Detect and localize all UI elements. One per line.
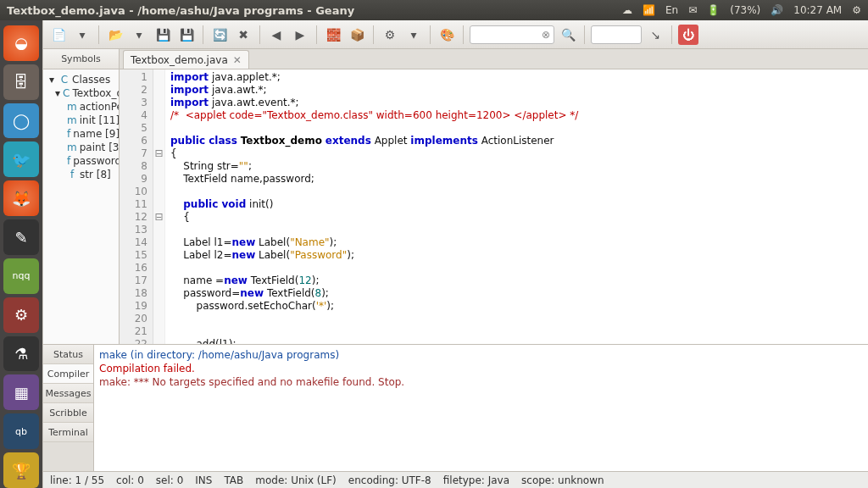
- tree-row[interactable]: fstr [8]: [45, 168, 117, 181]
- code-editor[interactable]: 1234567891011121314151617181920212223242…: [120, 69, 868, 344]
- status-mode: mode: Unix (LF): [255, 474, 336, 486]
- launcher-qbit[interactable]: qb: [3, 413, 39, 449]
- cloud-icon[interactable]: ☁: [622, 4, 632, 16]
- dropdown-icon[interactable]: ▾: [72, 25, 92, 45]
- mail-icon[interactable]: ✉: [688, 4, 697, 16]
- bottom-tab-status[interactable]: Status: [43, 345, 93, 364]
- new-file-button[interactable]: 📄: [48, 25, 69, 45]
- launcher-nqq[interactable]: nqq: [3, 258, 39, 294]
- bottom-tab-messages[interactable]: Messages: [43, 384, 93, 403]
- bottom-tab-terminal[interactable]: Terminal: [43, 423, 93, 442]
- launcher-firefox[interactable]: 🦊: [3, 180, 39, 216]
- reload-button[interactable]: 🔄: [209, 25, 230, 45]
- gear-icon[interactable]: ⚙: [852, 4, 861, 16]
- keyboard-lang[interactable]: En: [665, 4, 678, 16]
- build-button[interactable]: 📦: [347, 25, 367, 45]
- status-sel: sel: 0: [156, 474, 183, 486]
- tree-row[interactable]: mpaint [38: [45, 141, 117, 154]
- geany-window: 📄 ▾ 📂 ▾ 💾 💾 🔄 ✖ ◀ ▶ 🧱 📦 ⚙ ▾ 🎨 ⊗ 🔍 ↘ ⏻ Sy…: [42, 20, 868, 488]
- save-all-button[interactable]: 💾: [176, 25, 197, 45]
- window-title: Textbox_demo.java - /home/ashu/Java prog…: [7, 4, 622, 17]
- tree-row[interactable]: mactionPer: [45, 100, 117, 114]
- dropdown-icon[interactable]: ▾: [129, 25, 149, 45]
- dropdown-icon[interactable]: ▾: [403, 25, 424, 45]
- line-gutter: 1234567891011121314151617181920212223242…: [120, 69, 153, 344]
- volume-icon[interactable]: 🔊: [771, 4, 783, 16]
- wifi-icon[interactable]: 📶: [643, 4, 655, 16]
- tree-row[interactable]: fname [9]: [45, 127, 117, 141]
- close-button[interactable]: ✖: [233, 25, 253, 45]
- file-tab-label: Textbox_demo.java: [131, 54, 228, 66]
- status-scope: scope: unknown: [521, 474, 604, 486]
- file-tabs: Textbox_demo.java ✕: [120, 49, 868, 69]
- search-box[interactable]: ⊗: [470, 25, 554, 44]
- status-ft: filetype: Java: [443, 474, 509, 486]
- launcher-chromium[interactable]: ◯: [3, 103, 39, 139]
- toolbar: 📄 ▾ 📂 ▾ 💾 💾 🔄 ✖ ◀ ▶ 🧱 📦 ⚙ ▾ 🎨 ⊗ 🔍 ↘ ⏻: [43, 20, 868, 49]
- launcher-gimp[interactable]: ✎: [3, 219, 39, 255]
- status-line: line: 1 / 55: [50, 474, 104, 486]
- battery-icon[interactable]: 🔋: [707, 4, 720, 16]
- fold-gutter[interactable]: ⊟ ⊟: [153, 69, 165, 344]
- bottom-tab-compiler[interactable]: Compiler: [43, 364, 93, 384]
- editor-area: Textbox_demo.java ✕ 12345678910111213141…: [120, 49, 868, 344]
- forward-button[interactable]: ▶: [290, 25, 310, 45]
- launcher-settings[interactable]: ⚙: [3, 297, 39, 333]
- code-content[interactable]: import java.applet.*; import java.awt.*;…: [165, 69, 868, 344]
- goto-input[interactable]: [595, 29, 637, 40]
- close-icon[interactable]: ✕: [233, 54, 242, 66]
- clear-icon[interactable]: ⊗: [542, 29, 550, 41]
- launcher-ubuntu[interactable]: ◒: [3, 25, 39, 61]
- sidebar: Symbols ▾CClasses▾CTextbox_demactionPerm…: [43, 49, 120, 344]
- goto-button[interactable]: ↘: [645, 25, 665, 45]
- color-button[interactable]: 🎨: [437, 25, 457, 45]
- battery-text: (73%): [730, 4, 760, 16]
- run-button[interactable]: ⚙: [380, 25, 400, 45]
- system-menubar: Textbox_demo.java - /home/ashu/Java prog…: [0, 0, 868, 20]
- status-col: col: 0: [116, 474, 144, 486]
- status-tab: TAB: [224, 474, 243, 486]
- tree-row[interactable]: ▾CTextbox_de: [45, 86, 117, 100]
- main-area: Symbols ▾CClasses▾CTextbox_demactionPerm…: [43, 49, 868, 344]
- launcher-trophy[interactable]: 🏆: [3, 452, 39, 488]
- tree-row[interactable]: ▾CClasses: [45, 73, 117, 86]
- launcher-twitter[interactable]: 🐦: [3, 141, 39, 177]
- launcher-files[interactable]: 🗄: [3, 64, 39, 100]
- save-button[interactable]: 💾: [153, 25, 173, 45]
- back-button[interactable]: ◀: [266, 25, 287, 45]
- quit-button[interactable]: ⏻: [678, 25, 698, 45]
- goto-box[interactable]: [591, 25, 642, 44]
- launcher-geany[interactable]: ⚗: [3, 336, 39, 372]
- bottom-panel: StatusCompilerMessagesScribbleTerminal m…: [43, 344, 868, 471]
- bottom-tabs: StatusCompilerMessagesScribbleTerminal: [43, 345, 94, 471]
- status-enc: encoding: UTF-8: [348, 474, 431, 486]
- unity-launcher: ◒🗄◯🐦🦊✎nqq⚙⚗▦qb🏆: [0, 20, 42, 488]
- indicator-area: ☁ 📶 En ✉ 🔋 (73%) 🔊 10:27 AM ⚙: [622, 4, 861, 16]
- launcher-apps[interactable]: ▦: [3, 374, 39, 410]
- tree-row[interactable]: fpassword: [45, 154, 117, 168]
- symbols-tree[interactable]: ▾CClasses▾CTextbox_demactionPerminit [11…: [43, 69, 119, 344]
- open-button[interactable]: 📂: [105, 25, 125, 45]
- sidebar-tab-symbols[interactable]: Symbols: [43, 49, 119, 69]
- file-tab[interactable]: Textbox_demo.java ✕: [123, 50, 249, 69]
- clock[interactable]: 10:27 AM: [793, 4, 842, 16]
- tree-row[interactable]: minit [11]: [45, 114, 117, 127]
- compile-button[interactable]: 🧱: [323, 25, 343, 45]
- search-button[interactable]: 🔍: [558, 25, 578, 45]
- bottom-tab-scribble[interactable]: Scribble: [43, 403, 93, 423]
- status-bar: line: 1 / 55 col: 0 sel: 0 INS TAB mode:…: [43, 471, 868, 488]
- search-input[interactable]: [474, 29, 542, 40]
- compiler-output[interactable]: make (in directory: /home/ashu/Java prog…: [94, 345, 868, 471]
- status-ins: INS: [195, 474, 212, 486]
